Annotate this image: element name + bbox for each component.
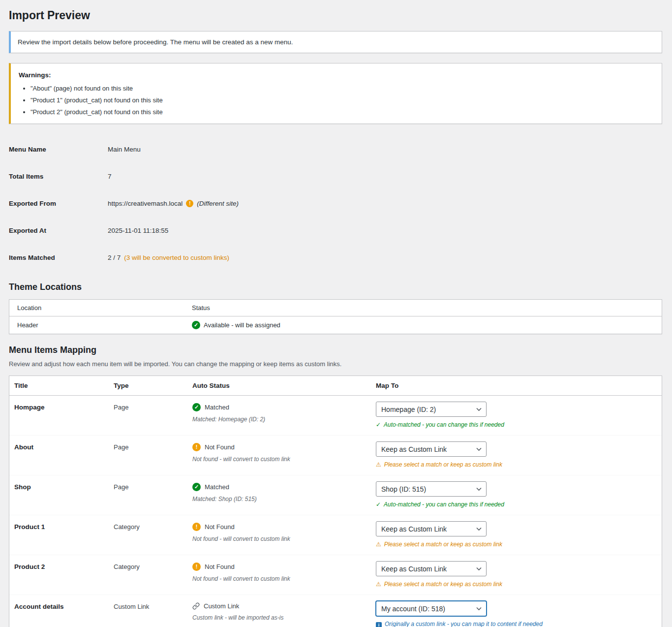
mapping-heading: Menu Items Mapping: [9, 345, 662, 355]
status-text: Not Found: [205, 443, 235, 451]
status-detail: Custom link - will be imported as-is: [192, 614, 366, 621]
items-matched-count: 2 / 7: [108, 254, 121, 261]
detail-label: Total Items: [9, 173, 108, 180]
map-note: i Originally a custom link - you can map…: [376, 621, 657, 627]
column-header-title: Title: [9, 376, 109, 396]
map-to-select-wrap: Keep as Custom Link: [376, 441, 487, 457]
item-type: Page: [109, 475, 187, 515]
not-found-icon: !: [192, 443, 201, 451]
warning-item: "Product 2" (product_cat) not found on t…: [31, 108, 654, 116]
mapping-row: Shop Page ✓ Matched Matched: Shop (ID: 5…: [9, 475, 662, 515]
map-to-select-wrap: Shop (ID: 515): [376, 481, 487, 497]
warnings-title: Warnings:: [19, 71, 654, 79]
status-text: Matched: [205, 483, 229, 491]
column-header-status: Status: [184, 300, 662, 316]
location-status: Available - will be assigned: [204, 321, 280, 329]
info-notice-text: Review the import details below before p…: [18, 38, 293, 46]
map-to-select-wrap: Keep as Custom Link: [376, 521, 487, 536]
column-header-location: Location: [9, 300, 184, 316]
theme-locations-heading: Theme Locations: [9, 282, 662, 292]
map-note: ✓ Auto-matched - you can change this if …: [376, 421, 657, 428]
status-text: Custom Link: [204, 602, 239, 610]
item-title: Product 2: [9, 555, 109, 595]
item-type: Page: [109, 396, 187, 435]
map-note: ⚠ Please select a match or keep as custo…: [376, 541, 657, 548]
map-note: ⚠ Please select a match or keep as custo…: [376, 461, 657, 468]
mapping-description: Review and adjust how each menu item wil…: [9, 360, 662, 368]
detail-label: Exported From: [9, 200, 108, 207]
detail-label: Items Matched: [9, 254, 108, 261]
status-detail: Not found - will convert to custom link: [192, 535, 366, 542]
items-matched-note: (3 will be converted to custom links): [124, 254, 229, 261]
map-to-select[interactable]: Keep as Custom Link: [376, 561, 487, 576]
detail-value: 2025-11-01 11:18:55: [108, 227, 168, 234]
item-title: About: [9, 436, 109, 475]
info-icon: i: [376, 622, 382, 627]
detail-value: https://creativemash.local ! (Different …: [108, 200, 239, 207]
map-note: ⚠ Please select a match or keep as custo…: [376, 581, 657, 588]
mapping-row: Product 1 Category ! Not Found Not found…: [9, 515, 662, 555]
map-to-select[interactable]: Keep as Custom Link: [376, 441, 487, 457]
warning-item: "Product 1" (product_cat) not found on t…: [31, 96, 654, 104]
map-to-select-wrap: Homepage (ID: 2): [376, 402, 487, 417]
warning-circle-icon: !: [186, 200, 193, 207]
status-text: Matched: [205, 404, 229, 411]
detail-value: 2 / 7 (3 will be converted to custom lin…: [108, 254, 229, 261]
warnings-notice: Warnings: "About" (page) not found on th…: [9, 63, 662, 124]
status-text: Not Found: [205, 563, 235, 570]
matched-icon: ✓: [192, 483, 201, 491]
item-type: Category: [109, 555, 187, 595]
theme-locations-table: Location Status Header ✓ Available - wil…: [9, 299, 662, 334]
not-found-icon: !: [192, 563, 201, 571]
map-note: ✓ Auto-matched - you can change this if …: [376, 501, 657, 508]
warnings-list: "About" (page) not found on this site "P…: [19, 85, 654, 116]
detail-value: 7: [108, 173, 112, 180]
detail-row-exported-from: Exported From https://creativemash.local…: [9, 190, 662, 217]
item-title: Product 1: [9, 515, 109, 555]
detail-row-exported-at: Exported At 2025-11-01 11:18:55: [9, 217, 662, 244]
column-header-map-to: Map To: [371, 376, 662, 396]
mapping-row: Product 2 Category ! Not Found Not found…: [9, 555, 662, 595]
check-glyph: ✓: [376, 421, 381, 428]
detail-row-menu-name: Menu Name Main Menu: [9, 136, 662, 163]
detail-label: Exported At: [9, 227, 108, 234]
warning-triangle-icon: ⚠: [376, 581, 381, 588]
info-notice: Review the import details below before p…: [9, 31, 662, 53]
status-detail: Matched: Homepage (ID: 2): [192, 416, 366, 423]
mapping-row: Hompage Page ✓ Matched Matched: Homepage…: [9, 396, 662, 435]
map-to-select-wrap: My account (ID: 518): [376, 601, 487, 616]
import-preview-page: Import Preview Review the import details…: [9, 9, 662, 627]
warning-triangle-icon: ⚠: [376, 541, 381, 548]
mapping-table-header: Title Type Auto Status Map To: [9, 376, 662, 396]
warning-item: "About" (page) not found on this site: [31, 85, 654, 92]
location-name: Header: [9, 316, 184, 334]
item-type: Custom Link: [109, 595, 187, 627]
detail-label: Menu Name: [9, 146, 108, 153]
status-detail: Not found - will convert to custom link: [192, 575, 366, 582]
map-to-select[interactable]: Keep as Custom Link: [376, 521, 487, 536]
check-glyph: ✓: [376, 501, 381, 508]
warning-triangle-icon: ⚠: [376, 461, 381, 468]
link-icon: [192, 602, 200, 610]
map-to-select[interactable]: Shop (ID: 515): [376, 481, 487, 497]
import-details: Menu Name Main Menu Total Items 7 Export…: [9, 136, 662, 271]
status-detail: Not found - will convert to custom link: [192, 456, 366, 463]
mapping-row: Account details Custom Link Custom Link …: [9, 595, 662, 627]
mapping-row: About Page ! Not Found Not found - will …: [9, 435, 662, 475]
detail-row-items-matched: Items Matched 2 / 7 (3 will be converted…: [9, 244, 662, 271]
status-detail: Matched: Shop (ID: 515): [192, 496, 366, 502]
check-circle-icon: ✓: [192, 321, 200, 329]
item-title: Account details: [9, 595, 109, 627]
column-header-type: Type: [109, 376, 187, 396]
column-header-auto-status: Auto Status: [187, 376, 371, 396]
detail-row-total-items: Total Items 7: [9, 163, 662, 190]
map-to-select-wrap: Keep as Custom Link: [376, 561, 487, 576]
map-to-select[interactable]: My account (ID: 518): [376, 601, 487, 616]
theme-location-row: Header ✓ Available - will be assigned: [9, 316, 662, 334]
exported-from-url: https://creativemash.local: [108, 200, 183, 207]
map-to-select[interactable]: Homepage (ID: 2): [376, 402, 487, 417]
different-site-note: (Different site): [197, 200, 239, 207]
item-title: Hompage: [9, 396, 109, 435]
not-found-icon: !: [192, 523, 201, 531]
matched-icon: ✓: [192, 403, 201, 411]
